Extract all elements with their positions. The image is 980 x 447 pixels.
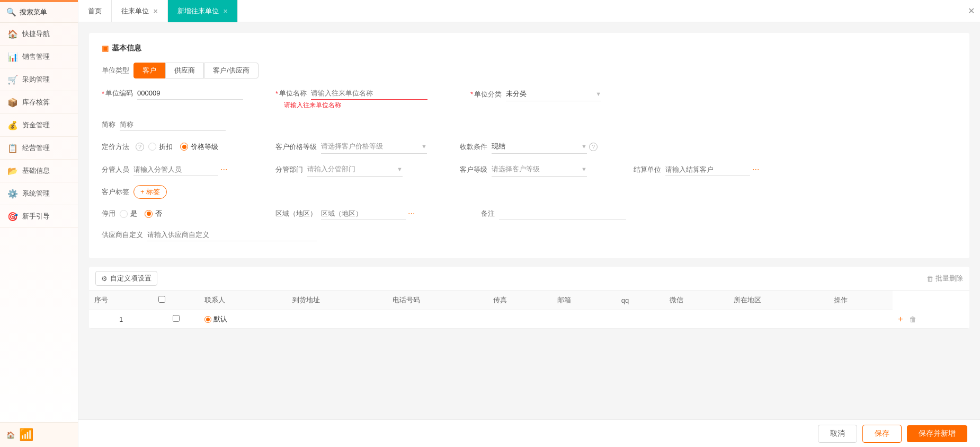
col-header-6: 邮箱 [552, 291, 616, 310]
sidebar-icon-quick-nav: 🏠 [7, 29, 18, 39]
tab-close-new-contact[interactable]: ✕ [223, 8, 228, 15]
sidebar-item-system[interactable]: ⚙️ 系统管理 [0, 182, 78, 205]
sidebar-item-newbie[interactable]: 🎯 新手引导 [0, 205, 78, 228]
sidebar-item-operations[interactable]: 📋 经营管理 [0, 137, 78, 160]
row-delete-button[interactable]: 🗑 [909, 315, 916, 323]
unit-type-btn-supplier[interactable]: 供应商 [165, 63, 204, 78]
disabled-yes-option[interactable]: 是 [120, 209, 137, 218]
tab-bar: 首页往来单位✕新增往来单位✕ ✕ [78, 0, 980, 22]
default-label: 默认 [213, 314, 227, 324]
supplier-custom-input[interactable] [147, 229, 317, 241]
short-name-group: 简称 [102, 118, 261, 131]
disabled-no-label: 否 [155, 209, 162, 218]
payment-terms-select[interactable]: 现结 ▼ [492, 139, 587, 154]
customer-price-level-group: 客户价格等级 请选择客户价格等级 ▼ [275, 139, 434, 154]
tab-home[interactable]: 首页 [78, 0, 112, 22]
customer-price-level-select[interactable]: 请选择客户价格等级 ▼ [321, 139, 427, 154]
manager-more-icon[interactable]: ··· [220, 165, 227, 174]
row-email [616, 310, 664, 329]
table-row: 1 默认 [89, 310, 969, 329]
table-toolbar: ⚙ 自定义项设置 🗑 批量删除 [89, 267, 969, 291]
unit-type-label: 单位类型 [102, 66, 129, 75]
disabled-no-option[interactable]: 否 [145, 209, 162, 218]
customer-level-label: 客户等级 [460, 165, 487, 174]
sidebar-icon-finance: 💰 [7, 120, 18, 130]
unit-type-group: 单位类型 客户供应商客户/供应商 [102, 63, 259, 78]
sidebar-item-inventory[interactable]: 📦 库存核算 [0, 91, 78, 114]
unit-type-buttons: 客户供应商客户/供应商 [133, 63, 259, 78]
area-more-icon[interactable]: ··· [408, 209, 415, 218]
supplier-custom-label: 供应商自定义 [102, 230, 143, 240]
bottom-action-bar: 取消 保存 保存并新增 [78, 419, 980, 447]
row-select-checkbox[interactable] [173, 315, 180, 322]
code-input[interactable] [137, 87, 243, 100]
sidebar-label-quick-nav: 快捷导航 [22, 29, 50, 39]
window-close-button[interactable]: ✕ [968, 6, 975, 16]
main-area: 首页往来单位✕新增往来单位✕ ✕ ▣ 基本信息 单位类型 客户供应商客户/供应商… [78, 0, 980, 447]
dept-select[interactable]: 请输入分管部门 ▼ [307, 162, 403, 177]
sidebar-item-quick-nav[interactable]: 🏠 快捷导航 [0, 23, 78, 46]
col-header-5: 传真 [488, 291, 552, 310]
sidebar-label-basics: 基础信息 [22, 166, 50, 176]
col-header-3: 到货地址 [287, 291, 388, 310]
customer-level-select[interactable]: 请选择客户等级 ▼ [492, 162, 587, 177]
row-address [387, 310, 488, 329]
tab-label-home: 首页 [88, 6, 102, 16]
settings-icon: ⚙ [101, 275, 108, 283]
batch-delete-button[interactable]: 🗑 批量删除 [926, 274, 963, 283]
table-body: 1 默认 [89, 310, 969, 329]
pricing-row: 定价方法 ? 折扣 价格等级 [102, 139, 957, 154]
area-input[interactable] [321, 207, 406, 220]
pricing-price-level-option[interactable]: 价格等级 [180, 142, 218, 152]
cancel-button[interactable]: 取消 [818, 425, 857, 443]
short-name-input[interactable] [120, 118, 226, 131]
payment-terms-label: 收款条件 [460, 142, 487, 152]
payment-terms-value: 现结 [492, 142, 579, 151]
save-button[interactable]: 保存 [862, 425, 902, 443]
tag-row: 客户标签 + 标签 [102, 185, 957, 199]
tab-contacts[interactable]: 往来单位✕ [112, 0, 168, 22]
add-tag-button[interactable]: + 标签 [133, 185, 167, 199]
settlement-more-icon[interactable]: ··· [752, 165, 759, 174]
category-select[interactable]: 未分类 ▼ [506, 87, 601, 101]
tab-close-contacts[interactable]: ✕ [153, 8, 158, 15]
sidebar-nav: 🏠 快捷导航 📊 销售管理 🛒 采购管理 📦 库存核算 💰 资金管理 📋 经营管… [0, 23, 78, 228]
unit-type-btn-both[interactable]: 客户/供应商 [204, 63, 259, 78]
manager-input[interactable] [133, 163, 218, 176]
sidebar-icon-newbie: 🎯 [7, 211, 18, 222]
name-required: * [275, 90, 278, 98]
row-default[interactable]: 默认 [199, 310, 287, 329]
sidebar-search[interactable]: 🔍 搜索菜单 [0, 2, 78, 23]
category-required: * [470, 90, 473, 98]
default-radio [204, 316, 211, 323]
tag-group: 客户标签 + 标签 [102, 185, 167, 199]
sidebar-item-sales[interactable]: 📊 销售管理 [0, 46, 78, 68]
row-add-button[interactable]: + [898, 314, 903, 323]
settlement-input[interactable] [665, 163, 750, 176]
code-name-category-row: * 单位编码 * 单位名称 请输入往来单位名称 * 单位分类 [102, 87, 957, 110]
short-name-row: 简称 [102, 118, 957, 131]
sidebar-label-inventory: 库存核算 [22, 98, 50, 107]
payment-terms-help-icon[interactable]: ? [589, 143, 598, 151]
settings-button[interactable]: ⚙ 自定义项设置 [95, 271, 157, 286]
category-value: 未分类 [506, 89, 593, 99]
basic-info-card: ▣ 基本信息 单位类型 客户供应商客户/供应商 * 单位编码 [89, 33, 969, 258]
row-checkbox[interactable] [153, 310, 199, 329]
disabled-label: 停用 [102, 209, 115, 218]
sidebar-item-finance[interactable]: 💰 资金管理 [0, 114, 78, 137]
pricing-discount-option[interactable]: 折扣 [148, 142, 173, 152]
remarks-input[interactable] [499, 207, 626, 220]
sidebar-item-basics[interactable]: 📂 基础信息 [0, 160, 78, 182]
sidebar-item-purchase[interactable]: 🛒 采购管理 [0, 68, 78, 91]
header-checkbox[interactable] [158, 296, 165, 303]
table-header: 序号联系人到货地址电话号码传真邮箱qq微信所在地区操作 [89, 291, 969, 310]
pricing-discount-radio [148, 143, 156, 151]
tab-new-contact[interactable]: 新增往来单位✕ [168, 0, 238, 22]
sidebar-search-label: 搜索菜单 [20, 7, 47, 17]
tab-label-contacts: 往来单位 [121, 6, 149, 16]
name-input[interactable] [311, 87, 427, 100]
pricing-help-icon[interactable]: ? [136, 143, 144, 151]
save-and-new-button[interactable]: 保存并新增 [907, 425, 967, 442]
unit-type-btn-customer[interactable]: 客户 [133, 63, 165, 78]
main-content: ▣ 基本信息 单位类型 客户供应商客户/供应商 * 单位编码 [78, 22, 980, 419]
